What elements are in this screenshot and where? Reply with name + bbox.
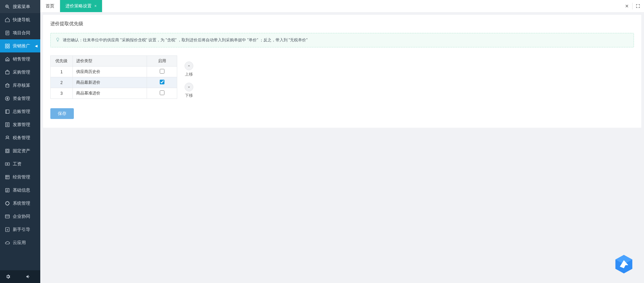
sidebar-item-label: 项目合同 — [13, 30, 30, 36]
save-button[interactable]: 保存 — [50, 108, 74, 119]
close-icon[interactable]: × — [94, 4, 97, 8]
table-row[interactable]: 2商品最新进价 — [51, 77, 177, 88]
salary-icon — [5, 161, 10, 167]
th-priority: 优先级 — [51, 56, 73, 67]
guide-icon — [5, 227, 10, 232]
info-icon — [5, 188, 10, 193]
sidebar-item-label: 发票管理 — [13, 122, 30, 128]
sidebar-item-label: 固定资产 — [13, 148, 30, 154]
svg-rect-2 — [5, 44, 7, 46]
enable-checkbox[interactable] — [160, 69, 164, 74]
sidebar-item-label: 快捷导航 — [13, 17, 30, 23]
sidebar-item-label: 营销推广 — [13, 43, 30, 49]
sidebar-item-label: 税务管理 — [13, 135, 30, 141]
th-enable: 启用 — [147, 56, 177, 67]
settings-gear-icon[interactable] — [0, 270, 16, 283]
enable-checkbox[interactable] — [160, 80, 164, 84]
biz-icon — [5, 174, 10, 180]
home-icon — [5, 17, 10, 23]
page-title: 进价提取优先级 — [50, 21, 634, 27]
svg-point-14 — [7, 163, 8, 164]
svg-rect-18 — [5, 215, 9, 218]
tab-1[interactable]: 进价策略设置× — [60, 0, 102, 12]
sidebar-item-label: 资金管理 — [13, 95, 30, 102]
sidebar-item-label: 搜索菜单 — [13, 4, 30, 10]
sidebar-item-9[interactable]: 发票管理 — [0, 118, 40, 131]
cell-enable — [147, 67, 177, 77]
sidebar-item-label: 企业协同 — [13, 213, 30, 219]
sidebar-item-0[interactable]: 搜索菜单 — [0, 0, 40, 13]
sidebar-footer — [0, 270, 40, 283]
sidebar-item-12[interactable]: 工资 — [0, 157, 40, 170]
sidebar-item-label: 系统管理 — [13, 200, 30, 206]
sidebar-item-13[interactable]: 经营管理 — [0, 170, 40, 184]
house-icon — [5, 83, 10, 88]
sidebar-item-2[interactable]: 项目合同 — [0, 26, 40, 39]
cell-type: 商品基准进价 — [72, 88, 147, 99]
sidebar-item-16[interactable]: 企业协同 — [0, 210, 40, 223]
sys-icon — [5, 201, 10, 206]
sidebar-item-1[interactable]: 快捷导航 — [0, 13, 40, 26]
sidebar-item-8[interactable]: 总账管理 — [0, 105, 40, 118]
svg-rect-9 — [6, 110, 9, 113]
tax-icon — [5, 135, 10, 140]
content-panel: 进价提取优先级 请您确认：往来单位中的供应商 "采购报价含税" 设置，为 "含税… — [43, 15, 641, 128]
sidebar-item-4[interactable]: 销售管理 — [0, 52, 40, 66]
move-buttons: 上移 下移 — [185, 55, 193, 98]
move-up-label: 上移 — [185, 72, 193, 77]
chevron-left-icon: ◀ — [35, 44, 38, 48]
sidebar-item-10[interactable]: 税务管理 — [0, 131, 40, 144]
doc-icon — [5, 30, 10, 36]
svg-rect-6 — [6, 71, 9, 74]
sidebar-item-17[interactable]: 新手引导 — [0, 223, 40, 236]
tab-0[interactable]: 首页 — [40, 0, 60, 12]
search-icon — [5, 4, 10, 9]
coin-icon — [5, 96, 10, 101]
sidebar: 搜索菜单快捷导航项目合同营销推广◀销售管理采购管理库存核算资金管理总账管理发票管… — [0, 0, 40, 283]
grid-icon — [5, 43, 10, 49]
sidebar-item-18[interactable]: 云应用 — [0, 236, 40, 249]
assistant-float-button[interactable] — [614, 254, 634, 274]
cell-enable — [147, 77, 177, 88]
tab-bar: 首页进价策略设置× — [40, 0, 644, 12]
hint-text: 请您确认：往来单位中的供应商 "采购报价含税" 设置，为 "含税" ，取到进价后… — [63, 37, 307, 43]
svg-point-20 — [7, 229, 8, 230]
table-row[interactable]: 1供应商历史价 — [51, 67, 177, 77]
svg-rect-13 — [5, 163, 9, 165]
svg-rect-7 — [6, 85, 9, 87]
collapse-sidebar-icon[interactable] — [16, 270, 40, 283]
sidebar-item-label: 经营管理 — [13, 174, 30, 180]
cell-priority: 1 — [51, 67, 73, 77]
bag-icon — [5, 70, 10, 75]
svg-rect-5 — [8, 46, 9, 48]
sidebar-item-15[interactable]: 系统管理 — [0, 197, 40, 210]
sidebar-item-3[interactable]: 营销推广◀ — [0, 39, 40, 52]
cell-enable — [147, 88, 177, 99]
table-row[interactable]: 3商品基准进价 — [51, 88, 177, 99]
cell-priority: 2 — [51, 77, 73, 88]
sidebar-list: 搜索菜单快捷导航项目合同营销推广◀销售管理采购管理库存核算资金管理总账管理发票管… — [0, 0, 40, 270]
collab-icon — [5, 214, 10, 219]
tab-close-all-icon[interactable] — [622, 1, 632, 11]
enable-checkbox[interactable] — [160, 90, 164, 95]
move-up-button[interactable] — [185, 62, 193, 70]
sidebar-item-6[interactable]: 库存核算 — [0, 79, 40, 92]
sidebar-item-label: 销售管理 — [13, 56, 30, 62]
sidebar-item-7[interactable]: 资金管理 — [0, 92, 40, 105]
sidebar-item-label: 基础信息 — [13, 187, 30, 193]
move-down-button[interactable] — [185, 83, 193, 91]
sidebar-item-label: 云应用 — [13, 240, 26, 246]
sidebar-item-14[interactable]: 基础信息 — [0, 184, 40, 197]
sidebar-item-5[interactable]: 采购管理 — [0, 66, 40, 79]
move-down-label: 下移 — [185, 93, 193, 98]
fullscreen-icon[interactable] — [633, 1, 643, 11]
cell-type: 商品最新进价 — [72, 77, 147, 88]
sidebar-item-label: 库存核算 — [13, 82, 30, 88]
tab-label: 进价策略设置 — [65, 3, 92, 9]
svg-rect-15 — [6, 175, 9, 179]
priority-table: 优先级 进价类型 启用 1供应商历史价2商品最新进价3商品基准进价 — [50, 55, 177, 99]
svg-rect-4 — [5, 46, 7, 48]
sidebar-item-label: 工资 — [13, 161, 21, 167]
sidebar-item-11[interactable]: 固定资产 — [0, 144, 40, 157]
cell-type: 供应商历史价 — [72, 67, 147, 77]
